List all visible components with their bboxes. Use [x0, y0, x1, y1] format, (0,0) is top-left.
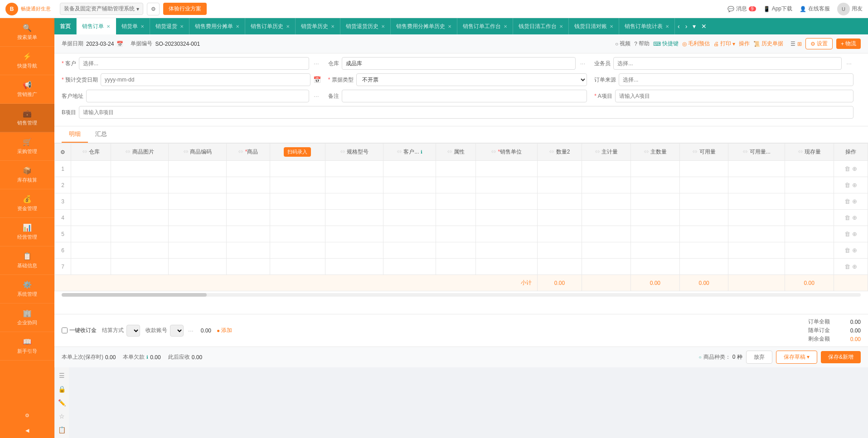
help-btn[interactable]: ? 帮助: [634, 40, 650, 48]
sidebar-item-guide[interactable]: 📖 新手引导: [0, 332, 54, 361]
add-logistics-btn[interactable]: + 物流: [836, 39, 861, 49]
add-btn[interactable]: ● 添加: [217, 327, 232, 334]
tab-sales-refund[interactable]: 销货退货 ✕: [150, 18, 189, 34]
sidebar-item-marketing[interactable]: 📢 营销推广: [0, 75, 54, 104]
customer-input[interactable]: [79, 57, 309, 70]
staff-more-btn[interactable]: ···: [844, 60, 853, 67]
delete-icon-2[interactable]: 🗑: [844, 181, 851, 189]
tabs-menu-btn[interactable]: ▾: [690, 23, 698, 30]
scan-btn[interactable]: 扫码录入: [284, 147, 311, 157]
online-service-item[interactable]: 👤 在线客服: [800, 5, 830, 13]
tabs-prev-btn[interactable]: ‹: [675, 23, 683, 30]
tab-close-refund-history[interactable]: ✕: [381, 24, 385, 29]
copy-icon-6[interactable]: ⊕: [851, 246, 858, 255]
tab-summary[interactable]: 汇总: [88, 126, 114, 143]
tab-return-history[interactable]: 销货单历史 ✕: [296, 18, 340, 34]
notification-item[interactable]: 💬 消息 9: [727, 5, 756, 13]
right-icon-edit[interactable]: ✏️: [56, 396, 68, 409]
grid-layout-btn[interactable]: ⊞: [797, 41, 802, 47]
copy-icon-7[interactable]: ⊕: [851, 262, 858, 271]
sidebar-item-stock[interactable]: 📦 库存核算: [0, 161, 54, 189]
delete-icon-4[interactable]: 🗑: [844, 213, 851, 222]
address-more-btn[interactable]: ···: [312, 92, 321, 100]
copy-icon-5[interactable]: ⊕: [851, 230, 858, 238]
tab-fee-history[interactable]: 销售费用分摊单历史 ✕: [391, 18, 457, 34]
settings-btn[interactable]: ⚙ 设置: [805, 38, 833, 49]
a-project-input[interactable]: [615, 90, 853, 102]
operate-btn[interactable]: 操作: [739, 40, 750, 48]
user-item[interactable]: U 用友: [837, 3, 863, 15]
right-icon-layout[interactable]: ☰: [56, 369, 68, 382]
copy-icon-4[interactable]: ⊕: [851, 213, 858, 222]
delete-icon-5[interactable]: 🗑: [844, 230, 851, 238]
staff-input[interactable]: [613, 57, 842, 70]
copy-icon-3[interactable]: ⊕: [851, 197, 858, 206]
delivery-date-input[interactable]: [101, 73, 310, 86]
tab-close-sales-fee-split[interactable]: ✕: [236, 24, 239, 29]
table-scrollbar[interactable]: [62, 293, 861, 297]
tab-workbench[interactable]: 销售订单工作台 ✕: [457, 18, 513, 34]
invoice-type-select[interactable]: 不开票: [356, 73, 587, 86]
payment-select[interactable]: [126, 325, 140, 337]
tab-sales-fee-split[interactable]: 销售费用分摊单 ✕: [189, 18, 245, 34]
sidebar-item-sales[interactable]: 💼 销售管理: [0, 104, 54, 132]
sidebar-item-operations[interactable]: 📊 经营管理: [0, 218, 54, 246]
tab-cash-daily[interactable]: 钱货日清工作台 ✕: [513, 18, 569, 34]
sidebar-settings-btn[interactable]: ⚙: [0, 408, 54, 423]
right-icon-star[interactable]: ☆: [56, 410, 68, 423]
tab-close-cash-reconcile[interactable]: ✕: [610, 24, 613, 29]
order-source-input[interactable]: [619, 73, 853, 86]
one-click-deposit-label[interactable]: 一键收订金: [62, 327, 97, 334]
list-layout-btn[interactable]: ☰: [790, 41, 795, 47]
industry-btn[interactable]: 体验行业方案: [163, 3, 207, 15]
right-icon-lock[interactable]: 🔒: [56, 383, 68, 395]
app-download-item[interactable]: 📱 App下载: [763, 5, 792, 13]
tab-close-sales-order[interactable]: ✕: [107, 24, 110, 29]
tab-close-sales-stats[interactable]: ✕: [665, 24, 669, 29]
tab-detail[interactable]: 明细: [62, 126, 88, 143]
save-new-btn[interactable]: 保存&新增: [821, 351, 861, 363]
tab-close-sales-history[interactable]: ✕: [286, 24, 290, 29]
tab-close-cash-daily[interactable]: ✕: [559, 24, 563, 29]
tab-home[interactable]: 首页: [54, 18, 77, 34]
tab-refund-history[interactable]: 销货退货历史 ✕: [340, 18, 391, 34]
tab-sales-return[interactable]: 销货单 ✕: [116, 18, 150, 34]
tabs-next-btn[interactable]: ›: [683, 23, 690, 30]
delete-icon-6[interactable]: 🗑: [844, 246, 851, 255]
save-draft-dropdown-icon[interactable]: ▾: [807, 354, 810, 360]
settings-icon-btn[interactable]: ⚙: [147, 3, 160, 15]
right-icon-form[interactable]: 📋: [56, 424, 68, 436]
tab-close-sales-refund[interactable]: ✕: [180, 24, 184, 29]
warehouse-more-btn[interactable]: ···: [578, 60, 587, 67]
sidebar-item-capital[interactable]: 💰 资金管理: [0, 189, 54, 218]
tab-close-return-history[interactable]: ✕: [331, 24, 335, 29]
copy-icon-1[interactable]: ⊕: [851, 164, 858, 173]
tab-sales-order[interactable]: 销售订单 ✕: [77, 18, 116, 34]
print-btn[interactable]: 🖨 打印 ▾: [713, 40, 735, 48]
shortcut-btn[interactable]: ⌨ 快捷键: [653, 40, 679, 48]
account-select[interactable]: [170, 325, 184, 337]
tab-close-workbench[interactable]: ✕: [504, 24, 507, 29]
address-input[interactable]: [86, 90, 309, 102]
video-btn[interactable]: ○ 视频: [615, 40, 630, 48]
account-more-btn[interactable]: ···: [186, 327, 195, 334]
tab-close-sales-return[interactable]: ✕: [141, 24, 144, 29]
sidebar-item-enterprise[interactable]: 🏢 企业协同: [0, 303, 54, 332]
tab-close-fee-history[interactable]: ✕: [448, 24, 451, 29]
sidebar-item-basic[interactable]: 📋 基础信息: [0, 246, 54, 275]
col-scan[interactable]: 扫码录入: [270, 144, 325, 161]
warehouse-input[interactable]: [342, 57, 576, 70]
col-settings[interactable]: ⚙: [55, 144, 71, 161]
tabs-close-all-btn[interactable]: ✕: [698, 23, 709, 30]
tab-sales-history[interactable]: 销售订单历史 ✕: [245, 18, 296, 34]
sidebar-item-quick[interactable]: ⚡ 快捷导航: [0, 47, 54, 75]
system-selector[interactable]: 装备及固定资产辅助管理系统 ▾: [60, 3, 143, 15]
delete-icon-7[interactable]: 🗑: [844, 262, 851, 271]
calendar-icon[interactable]: 📅: [116, 41, 123, 47]
b-project-input[interactable]: [79, 106, 853, 119]
sidebar-item-purchase[interactable]: 🛒 采购管理: [0, 132, 54, 161]
delete-icon-1[interactable]: 🗑: [844, 164, 851, 173]
save-draft-btn[interactable]: 保存草稿 ▾: [776, 351, 817, 364]
delete-icon-3[interactable]: 🗑: [844, 197, 851, 206]
tab-cash-reconcile[interactable]: 钱货日清对账 ✕: [569, 18, 619, 34]
